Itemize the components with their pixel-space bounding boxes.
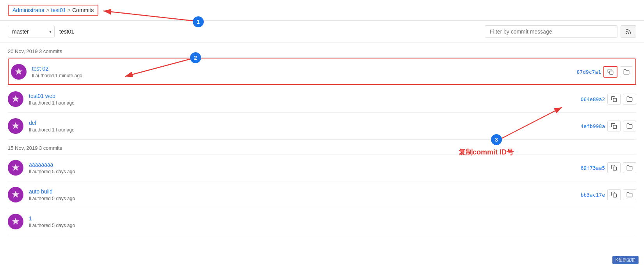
commit-row-commit-test01web: test01 webll authored 1 hour ago064e89a2: [8, 86, 636, 113]
avatar: [8, 187, 23, 202]
watermark: K创新互联: [612, 256, 639, 264]
commit-title[interactable]: test 02: [32, 66, 576, 72]
browse-files-button[interactable]: [620, 66, 633, 77]
svg-point-0: [626, 34, 627, 34]
breadcrumb-sep2: >: [68, 7, 71, 13]
page-container: Administrator > test01 > Commits master …: [0, 0, 644, 268]
commit-group-0: 20 Nov, 2019 3 commits test 02ll authore…: [8, 43, 636, 140]
commit-info: delll authored 1 hour ago: [29, 120, 580, 133]
annotation-badge-3: 3: [491, 134, 502, 145]
breadcrumb-sep1: >: [46, 7, 49, 13]
date-group-label-1: 15 Nov, 2019 3 commits: [8, 140, 636, 154]
commit-meta: ll authored 5 days ago: [29, 223, 636, 228]
branch-select[interactable]: master: [8, 26, 55, 37]
avatar: [11, 64, 27, 80]
commit-info: aaaaaaaall authored 5 days ago: [29, 162, 580, 174]
browse-files-button[interactable]: [623, 162, 636, 173]
browse-files-button[interactable]: [623, 189, 636, 200]
commit-actions: 87d9c7a1: [576, 66, 633, 78]
rss-button[interactable]: [621, 25, 636, 38]
svg-rect-3: [610, 71, 613, 75]
date-group-label-0: 20 Nov, 2019 3 commits: [8, 43, 636, 58]
breadcrumb-repo[interactable]: test01: [51, 7, 66, 13]
commit-hash[interactable]: 87d9c7a1: [576, 69, 601, 75]
commit-row-commit-test02: test 02ll authored 1 minute ago87d9c7a1: [8, 59, 636, 85]
browse-files-button[interactable]: [623, 121, 636, 131]
commit-actions: 064e89a2: [580, 94, 636, 105]
svg-rect-9: [613, 125, 617, 129]
commit-actions: 4efb998a: [580, 121, 636, 131]
commit-hash[interactable]: 064e89a2: [580, 96, 605, 102]
commit-group-1: 15 Nov, 2019 3 commits aaaaaaaall author…: [8, 140, 636, 235]
annotation-badge-2: 2: [190, 52, 201, 63]
breadcrumb-box: Administrator > test01 > Commits: [8, 5, 98, 16]
filter-input[interactable]: [485, 25, 617, 38]
commit-meta: ll authored 1 minute ago: [32, 73, 576, 78]
commit-title[interactable]: 1: [29, 215, 636, 222]
commit-meta: ll authored 1 hour ago: [29, 127, 580, 133]
copy-hash-button[interactable]: [607, 121, 621, 131]
commit-info: test01 webll authored 1 hour ago: [29, 93, 580, 106]
copy-hash-button[interactable]: [607, 189, 621, 200]
annotation-badge-1: 1: [193, 16, 204, 27]
commit-title[interactable]: aaaaaaaa: [29, 162, 580, 168]
avatar: [8, 214, 23, 229]
branch-select-wrap: master ▾: [8, 26, 55, 37]
commit-info: auto buildll authored 5 days ago: [29, 188, 580, 201]
copy-commit-label: 复制commit ID号: [459, 147, 514, 157]
commit-title[interactable]: auto build: [29, 188, 580, 195]
breadcrumb-bar: Administrator > test01 > Commits: [0, 0, 644, 21]
commit-hash[interactable]: bb3ac17e: [580, 192, 605, 198]
repo-label: test01: [59, 28, 74, 35]
content-area: 20 Nov, 2019 3 commits test 02ll authore…: [0, 43, 644, 235]
copy-hash-button[interactable]: [607, 94, 621, 105]
commit-title[interactable]: test01 web: [29, 93, 580, 99]
commit-title[interactable]: del: [29, 120, 580, 126]
commit-info: 1ll authored 5 days ago: [29, 215, 636, 228]
copy-hash-button[interactable]: [603, 66, 617, 78]
svg-rect-15: [613, 194, 617, 197]
breadcrumb-root[interactable]: Administrator: [12, 7, 44, 13]
commit-hash[interactable]: 4efb998a: [580, 123, 605, 129]
avatar: [8, 160, 23, 176]
toolbar: master ▾ test01: [0, 21, 644, 43]
svg-rect-6: [613, 98, 617, 102]
filter-area: [485, 25, 636, 38]
avatar: [8, 91, 23, 107]
commit-meta: ll authored 1 hour ago: [29, 100, 580, 106]
commit-row-commit-1: 1ll authored 5 days ago: [8, 208, 636, 235]
commit-meta: ll authored 5 days ago: [29, 196, 580, 201]
commit-hash[interactable]: 69f73aa5: [580, 165, 605, 171]
commit-actions: 69f73aa5: [580, 162, 636, 173]
svg-rect-12: [613, 167, 617, 170]
avatar: [8, 118, 23, 134]
commit-row-commit-del: delll authored 1 hour ago4efb998a: [8, 113, 636, 140]
copy-hash-button[interactable]: [607, 162, 621, 173]
breadcrumb-current: Commits: [72, 7, 94, 13]
commit-row-commit-aaaaaaaa: aaaaaaaall authored 5 days ago69f73aa5: [8, 154, 636, 181]
commit-meta: ll authored 5 days ago: [29, 169, 580, 174]
commit-info: test 02ll authored 1 minute ago: [32, 66, 576, 78]
commit-actions: bb3ac17e: [580, 189, 636, 200]
commit-row-commit-auto-build: auto buildll authored 5 days agobb3ac17e: [8, 181, 636, 208]
browse-files-button[interactable]: [623, 94, 636, 105]
